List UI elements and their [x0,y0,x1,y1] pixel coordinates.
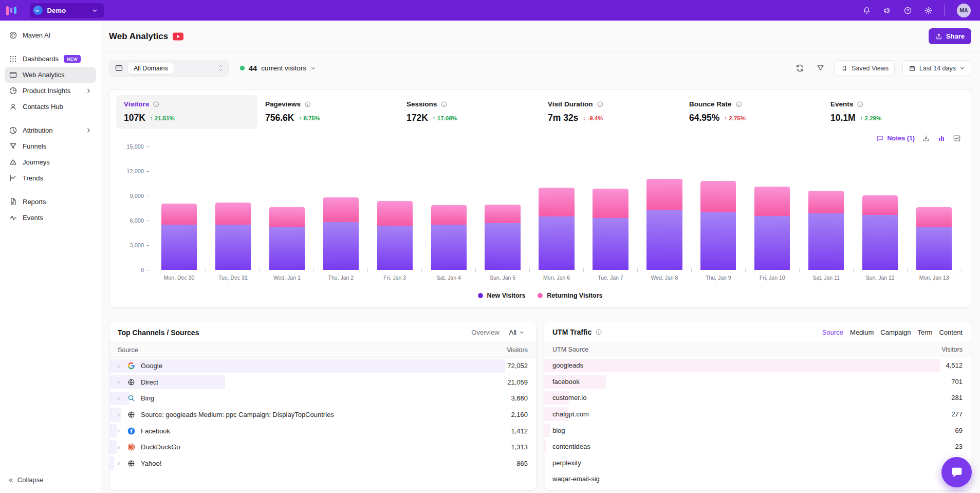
metric-change: ↑ 17.08% [433,115,457,121]
sidebar-item-maven-ai[interactable]: Maven AI [5,27,96,43]
stacked-bar-tue-jan-7[interactable] [593,189,628,270]
line-chart-toggle-icon[interactable] [953,134,961,142]
stacked-bar-tue-dec-31[interactable] [215,203,251,270]
utm-tab-content[interactable]: Content [939,328,963,336]
sidebar-item-product-insights[interactable]: Product Insights [5,83,96,99]
sidebar-item-funnels[interactable]: Funnels [5,138,96,154]
channels-filter-dropdown[interactable]: All [506,328,528,337]
legend-item-new-visitors[interactable]: New Visitors [478,292,526,299]
date-range-button[interactable]: Last 14 days [902,60,971,76]
current-visitors[interactable]: 44 current visitors [240,64,316,72]
expand-chevron-icon[interactable]: › [118,444,122,450]
table-row-direct[interactable]: ›Direct21,059 [109,374,536,391]
info-icon[interactable] [735,101,743,108]
share-button[interactable]: Share [929,28,971,44]
notes-button[interactable]: Notes (1) [876,135,915,142]
stacked-bar-fri-jan-3[interactable] [377,201,413,270]
stacked-bar-wed-jan-8[interactable] [646,179,682,270]
stacked-bar-mon-jan-13[interactable] [916,207,952,270]
sidebar-item-web-analytics[interactable]: Web Analytics [5,67,96,83]
notifications-bell-icon[interactable] [862,6,871,15]
table-row-source-googleads-medium-ppc-campaign-dis[interactable]: ›Source: googleads Medium: ppc Campaign:… [109,407,536,423]
settings-gear-icon[interactable] [924,6,933,15]
utm-tab-campaign[interactable]: Campaign [880,328,911,336]
table-row-chatgpt-com[interactable]: chatgpt.com277 [544,406,971,423]
table-row-waqar-email-sig[interactable]: waqar-email-sig6 [544,471,971,487]
sidebar-item-dashboards[interactable]: DashboardsNEW [5,51,96,67]
row-visitors-value: 69 [955,427,963,434]
expand-chevron-icon[interactable]: › [118,428,122,434]
stacked-bar-mon-jan-6[interactable] [539,188,574,270]
table-row-google[interactable]: ›Google72,052 [109,358,536,374]
metric-events[interactable]: Events10.1M↑ 2.29% [823,95,964,129]
utm-tab-source[interactable]: Source [822,328,843,336]
announcements-megaphone-icon[interactable] [883,6,892,15]
info-icon[interactable] [153,101,160,108]
stacked-bar-fri-jan-10[interactable] [754,187,790,270]
stacked-bar-thu-jan-9[interactable] [700,181,736,270]
sidebar-item-trends[interactable]: Trends [5,170,96,186]
utm-tab-medium[interactable]: Medium [850,328,874,336]
table-row-contentideas[interactable]: contentideas23 [544,439,971,455]
refresh-button[interactable] [793,62,806,75]
sidebar-item-attribution[interactable]: Attribution [5,122,96,138]
sidebar-item-reports[interactable]: Reports [5,194,96,210]
table-row-facebook[interactable]: facebook701 [544,374,971,390]
expand-chevron-icon[interactable]: › [118,363,122,369]
overview-toggle[interactable]: Overview [471,328,499,336]
stacked-bar-wed-jan-1[interactable] [269,207,305,270]
metric-pageviews[interactable]: Pageviews756.6K↑ 8.75% [257,95,399,129]
video-tutorial-icon[interactable] [173,32,183,41]
table-row-facebook[interactable]: ›Facebook1,412 [109,423,536,439]
stacked-bar-sat-jan-4[interactable] [431,205,467,270]
info-icon[interactable] [597,101,604,108]
bar-chart-toggle-icon[interactable] [937,134,946,142]
stacked-bar-sun-jan-5[interactable] [485,205,520,270]
table-row-customer-io[interactable]: customer.io281 [544,390,971,406]
metric-visitors[interactable]: Visitors107K↑ 21.51% [116,95,257,129]
filter-funnel-button[interactable] [814,62,827,75]
stacked-bar-sat-jan-11[interactable] [808,191,844,270]
expand-chevron-icon[interactable]: › [118,460,122,466]
info-icon[interactable] [440,101,448,108]
sidebar-item-journeys[interactable]: Journeys [5,154,96,170]
stacked-bar-mon-dec-30[interactable] [161,204,197,270]
utm-traffic-panel: UTM Traffic SourceMediumCampaignTermCont… [544,321,971,490]
table-row-yahoo-[interactable]: ›Yahoo!865 [109,455,536,472]
table-row-perplexity[interactable]: perplexity2 [544,455,971,471]
expand-chevron-icon[interactable]: › [118,412,122,418]
collapse-chevrons-icon: « [9,476,13,484]
utm-tab-term[interactable]: Term [918,328,933,336]
info-icon[interactable] [857,101,864,108]
user-avatar[interactable]: MA [957,4,971,17]
workspace-switcher[interactable]: Demo [30,3,104,18]
x-axis-label: Mon, Jan 13 [907,275,961,281]
stacked-bar-sun-jan-12[interactable] [862,195,898,270]
page-header: Web Analytics Share [109,21,971,51]
info-icon[interactable] [304,101,311,108]
table-row-blog[interactable]: blog69 [544,422,971,439]
app-logo-icon[interactable] [6,5,16,15]
metric-visit-duration[interactable]: Visit Duration7m 32s↓ -9.4% [540,95,681,129]
stacked-bar-thu-jan-2[interactable] [323,197,359,270]
metric-sessions[interactable]: Sessions172K↑ 17.08% [399,95,540,129]
metric-bounce-rate[interactable]: Bounce Rate64.95%↑ 2.75% [681,95,823,129]
download-chart-icon[interactable] [922,134,930,142]
chat-launcher-button[interactable] [941,457,972,487]
sidebar-item-contacts-hub[interactable]: Contacts Hub [5,99,96,115]
expand-chevron-icon[interactable]: › [118,395,122,401]
metric-change: ↓ -9.4% [583,115,603,121]
table-row-googleads[interactable]: googleads4,512 [544,357,971,374]
table-row-duckduckgo[interactable]: ›DuckDuckGo1,313 [109,439,536,455]
facebook-icon [127,427,136,435]
sidebar-collapse-button[interactable]: « Collapse [5,472,96,487]
sidebar-item-events[interactable]: Events [5,210,96,226]
table-row-bing[interactable]: ›Bing3,660 [109,390,536,407]
x-axis-label: Tue, Dec 31 [206,275,260,281]
saved-views-button[interactable]: Saved Views [835,60,895,76]
legend-item-returning-visitors[interactable]: Returning Visitors [538,292,602,299]
expand-chevron-icon[interactable]: › [118,379,122,385]
x-axis-label: Sat, Jan 11 [799,275,853,281]
help-icon[interactable] [903,6,912,15]
domain-selector[interactable]: All Domains [109,60,229,77]
